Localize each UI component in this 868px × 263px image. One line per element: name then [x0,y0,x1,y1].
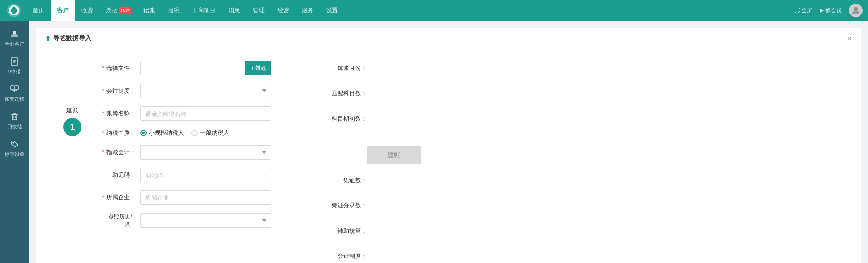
memo-code-row: 助记码： [100,168,271,182]
nav-home[interactable]: 首页 [26,0,51,21]
nav-bills[interactable]: 票据 new [100,0,137,21]
fullscreen-btn[interactable]: ⛶ 全屏 [794,7,812,14]
form-container: 建账 1 * 选择文件： +浏览 [36,47,861,263]
sidebar-item-tags[interactable]: 标签设置 [0,135,29,162]
memo-code-label: 助记码： [100,171,136,179]
sidebar-label-declaration: 0申报 [8,68,21,75]
nav-services[interactable]: 服务 [295,0,320,21]
left-form: * 选择文件： +浏览 * 会计制度： [100,61,271,263]
accounting-system-row: * 会计制度： [100,84,271,98]
assign-accountant-row: * 指派会计： [100,145,271,160]
main-layout: 全部客户 0申报 账套迁移 [0,21,868,263]
nav-operations[interactable]: 经营 [271,0,295,21]
tags-icon [9,139,19,149]
migration-icon [9,84,19,94]
nav-messages[interactable]: 消息 [222,0,247,21]
sidebar-item-all-customers[interactable]: 全部客户 [0,24,29,52]
step-circle: 1 [63,118,81,136]
build-month-row: 建账月份： [326,61,453,75]
svg-rect-6 [11,86,14,90]
nav-bookkeeping[interactable]: 记账 [137,0,161,21]
sidebar-label-migration: 账套迁移 [5,96,24,103]
radio-small[interactable] [140,130,147,136]
subject-init-row: 科目期初数： [326,112,453,126]
nav-items: 首页 客户 收费 票据 new 记账 报税 工商项目 消息 管理 经营 服务 设… [26,0,794,21]
modal-card: ⬆ 导爸数据导入 × 建账 1 * 选择文件： [36,28,861,263]
content-area: ⬆ 导爸数据导入 × 建账 1 * 选择文件： [29,21,868,263]
subject-init-label: 科目期初数： [326,115,367,123]
tax-option-small[interactable]: 小规模纳税人 [140,129,184,137]
match-subjects-label: 匹配科目数： [326,89,367,98]
fullscreen-icon: ⛶ [794,7,800,14]
import-icon: ⬆ [45,35,51,42]
member-icon: ▶ [820,7,824,14]
tax-nature-radio-group: 小规模纳税人 一般纳税人 [140,129,271,137]
voucher-entries-label: 凭证分录数： [326,202,367,210]
build-month-label: 建账月份： [326,64,367,72]
right-form: 建账月份： 匹配科目数： 科目期初数： 建账 [317,61,453,263]
voucher-count-row: 凭证数： [326,173,453,188]
ref-history-label: 参照历史年度： [100,213,136,228]
nav-customer[interactable]: 客户 [51,0,75,21]
accounting-system-label: * 会计制度： [100,87,136,95]
nav-manage[interactable]: 管理 [247,0,271,21]
nav-right: ⛶ 全屏 ▶ 畅会员 [794,4,863,17]
file-label: * 选择文件： [100,64,136,72]
assign-accountant-select[interactable] [140,145,271,160]
voucher-count-label: 凭证数： [326,176,367,184]
step-indicator: 建账 1 [63,61,81,263]
ref-history-select[interactable] [140,213,271,228]
sidebar-item-declaration[interactable]: 0申报 [0,52,29,80]
sidebar-item-migration[interactable]: 账套迁移 [0,80,29,107]
step-label: 建账 [66,106,78,114]
belonging-company-input[interactable] [140,190,271,205]
tax-option-small-label: 小规模纳税人 [149,129,184,137]
modal-header: ⬆ 导爸数据导入 × [36,28,861,47]
nav-tax[interactable]: 报税 [161,0,186,21]
ref-history-row: 参照历史年度： [100,213,271,228]
belonging-company-label: * 所属企业： [100,193,136,202]
recycle-icon [9,112,19,122]
nav-business[interactable]: 工商项目 [186,0,222,21]
close-button[interactable]: × [847,34,852,42]
memo-code-input[interactable] [140,168,271,182]
customers-icon [9,29,19,39]
svg-rect-7 [15,86,18,90]
tax-option-general-label: 一般纳税人 [200,129,229,137]
nav-fees[interactable]: 收费 [75,0,100,21]
build-btn-area: 建账 [326,137,453,164]
svg-rect-10 [12,115,17,120]
svg-point-13 [13,142,14,143]
svg-point-1 [13,31,16,34]
member-btn[interactable]: ▶ 畅会员 [820,7,842,14]
file-text-input[interactable] [140,61,245,75]
ledger-name-row: * 账簿名称： [100,106,271,121]
tax-nature-label: * 纳税性质： [100,129,136,137]
radio-general[interactable] [191,130,198,136]
tax-nature-row: * 纳税性质： 小规模纳税人 一般纳税人 [100,129,271,137]
nav-settings[interactable]: 设置 [320,0,344,21]
logo[interactable] [4,0,24,21]
browse-button[interactable]: +浏览 [245,61,271,75]
sidebar-label-customers: 全部客户 [5,41,24,47]
ledger-name-label: * 账簿名称： [100,109,136,117]
declaration-icon [9,56,19,66]
aux-accounting-row: 辅助核算： [326,224,453,238]
avatar[interactable] [849,4,863,17]
modal-title: ⬆ 导爸数据导入 [45,34,91,42]
ledger-name-input[interactable] [140,106,271,121]
tax-option-general[interactable]: 一般纳税人 [191,129,229,137]
new-badge: new [119,7,131,14]
aux-accounting-label: 辅助核算： [326,227,367,235]
right-accounting-system-label: 会计制度： [326,252,367,260]
build-button[interactable]: 建账 [367,146,421,164]
sidebar-label-tags: 标签设置 [5,151,24,158]
accounting-system-select[interactable] [140,84,271,98]
sidebar-label-recycle: 回收站 [7,123,22,130]
sidebar-item-recycle[interactable]: 回收站 [0,107,29,135]
file-input-wrap: +浏览 [140,61,271,75]
match-subjects-row: 匹配科目数： [326,86,453,101]
file-row: * 选择文件： +浏览 [100,61,271,75]
vertical-divider [294,61,294,263]
voucher-entries-row: 凭证分录数： [326,198,453,213]
